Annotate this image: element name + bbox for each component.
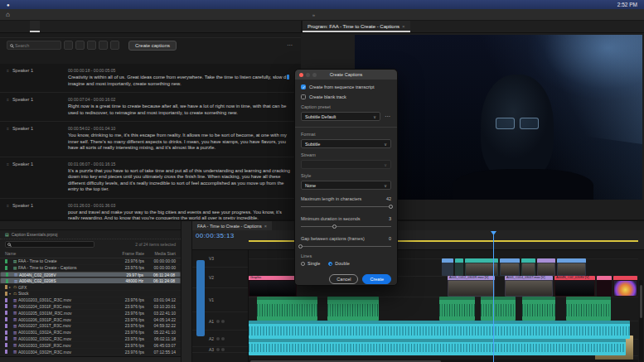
filter-input-wrap[interactable] bbox=[5, 241, 94, 248]
toolbar-icon-button[interactable] bbox=[75, 41, 85, 50]
timeline-clip[interactable] bbox=[566, 297, 611, 321]
column-name[interactable]: Name bbox=[5, 251, 116, 256]
table-row[interactable]: ▥ A0010207_0301T_R3C.mov 23.976 fps 04:5… bbox=[0, 323, 181, 330]
timeline-clip[interactable] bbox=[249, 339, 626, 355]
table-row[interactable]: ▤ FAA - Time to Create - Captions 23.976… bbox=[0, 265, 181, 272]
playhead[interactable] bbox=[493, 231, 494, 362]
drag-handle-icon[interactable]: ≡ bbox=[7, 162, 9, 167]
timeline-clip[interactable] bbox=[522, 297, 555, 321]
close-icon[interactable]: × bbox=[402, 24, 405, 29]
drag-handle-icon[interactable]: ≡ bbox=[7, 203, 9, 208]
search-input[interactable] bbox=[15, 43, 56, 48]
timeline-clip[interactable]: A001_C014_0301T.mov [V] bbox=[505, 276, 553, 297]
timeline-timecode[interactable]: 00:00:35:13 bbox=[196, 232, 235, 239]
table-row[interactable]: ▥ A0010302_0302C_R3C.mov 23.976 fps 06:0… bbox=[0, 336, 181, 343]
transcript-row[interactable]: ≡ Speaker 1 00:01:06:07 - 00:01:16:15 It… bbox=[0, 157, 301, 199]
panel-tab[interactable] bbox=[0, 21, 10, 32]
slider-handle[interactable] bbox=[389, 205, 393, 209]
column-media-start[interactable]: Media Start bbox=[144, 251, 176, 256]
timeline-clip[interactable]: A001_C012_0301R.mov [V] bbox=[448, 276, 495, 297]
track-header[interactable]: A3 bbox=[192, 347, 248, 353]
mute-button[interactable] bbox=[216, 320, 220, 323]
panel-tab[interactable] bbox=[20, 21, 30, 32]
timeline-clip[interactable] bbox=[257, 297, 317, 321]
timeline-clip[interactable]: Graphic bbox=[249, 276, 297, 297]
solo-button[interactable] bbox=[221, 337, 225, 340]
transcript-row[interactable]: ≡ Speaker 1 00:01:26:03 - 00:01:36:03 po… bbox=[0, 199, 301, 220]
table-row[interactable]: ▤ FAA - Time to Create 23.976 fps 00:00:… bbox=[0, 258, 181, 265]
solo-button[interactable] bbox=[221, 320, 225, 323]
drag-handle-icon[interactable]: ≡ bbox=[7, 97, 9, 102]
timeline-clip[interactable] bbox=[439, 297, 475, 321]
source-patching-indicator[interactable] bbox=[196, 260, 205, 336]
radio-off-icon[interactable] bbox=[301, 262, 305, 266]
create-button[interactable]: Create bbox=[362, 274, 391, 284]
min-duration-slider[interactable] bbox=[301, 224, 391, 229]
timeline-clip[interactable] bbox=[481, 297, 516, 321]
toolbar-icon-button[interactable] bbox=[99, 41, 108, 50]
table-row[interactable]: ▥ A0010303_0302F_R3C.mov 23.976 fps 06:4… bbox=[0, 342, 181, 349]
radio-single[interactable]: Single bbox=[301, 261, 320, 266]
table-row[interactable]: ▥ A004N_C02_0208V 29.97 fps 06:11:24:08 bbox=[0, 272, 181, 278]
caption-preset-select[interactable]: Subtitle Default ∨ bbox=[301, 112, 380, 121]
preset-menu-button[interactable]: ⋯ bbox=[384, 113, 391, 120]
toolbar-icon-button[interactable] bbox=[87, 41, 96, 50]
panel-menu-icon[interactable]: ⋯ bbox=[287, 42, 294, 49]
transcript-row[interactable]: ≡ Speaker 1 00:00:54:02 - 00:01:04:10 Yo… bbox=[0, 122, 301, 157]
option-create-blank-track[interactable]: Create blank track bbox=[301, 94, 391, 99]
panel-tab[interactable] bbox=[30, 21, 40, 32]
timeline-clip[interactable]: A004N_C02_0208V [V] bbox=[554, 276, 595, 297]
table-row[interactable]: ▾ 🗀 Stock bbox=[0, 291, 181, 297]
panel-tab[interactable] bbox=[40, 21, 50, 32]
table-row[interactable]: ▸ 🗀 GFX bbox=[0, 284, 181, 291]
max-length-slider[interactable] bbox=[301, 204, 391, 210]
option-create-from-transcript[interactable]: Create from sequence transcript bbox=[301, 84, 391, 89]
timeline-clip[interactable] bbox=[442, 258, 453, 276]
search-input-wrap[interactable] bbox=[7, 41, 61, 50]
timeline-clip[interactable] bbox=[557, 258, 586, 276]
format-select[interactable]: Subtitle ∨ bbox=[301, 139, 391, 148]
tab-sequence[interactable]: FAA - Time to Create - Captions × bbox=[192, 221, 272, 230]
workspace-overflow-icon[interactable]: » bbox=[312, 12, 315, 17]
timeline-clip[interactable] bbox=[327, 297, 379, 321]
timeline-clip[interactable] bbox=[500, 258, 520, 276]
style-select[interactable]: None ∨ bbox=[301, 181, 391, 190]
mute-button[interactable] bbox=[216, 337, 220, 340]
table-row[interactable]: ▥ A0010206_0301P_R3C.mov 23.976 fps 04:0… bbox=[0, 316, 181, 323]
timeline-clip[interactable] bbox=[249, 321, 630, 339]
toolbar-icon-button[interactable] bbox=[110, 41, 119, 50]
radio-on-icon[interactable] bbox=[328, 262, 332, 266]
apple-menu-icon[interactable]: ● bbox=[7, 2, 10, 7]
transcript-row[interactable]: ≡ Speaker 1 00:00:07:04 - 00:00:16:02 Ri… bbox=[0, 93, 301, 122]
toolbar-icon-button[interactable] bbox=[64, 41, 73, 50]
table-row[interactable]: ▥ A0010301_0302A_R3C.mov 23.976 fps 05:2… bbox=[0, 330, 181, 336]
table-row[interactable]: ▥ A004N_C02_0208S 48000 Hz 06:11:24:08 bbox=[0, 278, 181, 284]
cancel-button[interactable]: Cancel bbox=[329, 274, 358, 284]
vertical-scrollbar[interactable] bbox=[639, 280, 643, 362]
slider-handle[interactable] bbox=[298, 244, 303, 249]
panel-tab[interactable] bbox=[10, 21, 20, 32]
close-icon[interactable]: × bbox=[264, 224, 267, 229]
solo-button[interactable] bbox=[221, 348, 225, 351]
gap-slider[interactable] bbox=[301, 244, 391, 249]
column-frame-rate[interactable]: Frame Rate bbox=[116, 251, 144, 256]
project-path-row[interactable]: ▤ Caption Essentials.prproj bbox=[0, 230, 181, 239]
timeline-clip[interactable] bbox=[455, 258, 463, 276]
tab-program-monitor[interactable]: Program: FAA - Time to Create - Captions… bbox=[303, 21, 410, 32]
drag-handle-icon[interactable]: ≡ bbox=[7, 68, 9, 73]
home-icon[interactable]: ⌂ bbox=[6, 11, 10, 18]
table-row[interactable]: ▥ A0010204_0301F_R3C.mov 23.976 fps 03:1… bbox=[0, 304, 181, 311]
radio-double[interactable]: Double bbox=[328, 261, 349, 266]
filter-input[interactable] bbox=[12, 242, 87, 247]
table-row[interactable]: ▥ A0010304_0302H_R3C.mov 23.976 fps 07:1… bbox=[0, 349, 181, 355]
drag-handle-icon[interactable]: ≡ bbox=[7, 126, 9, 131]
timeline-clip[interactable] bbox=[597, 276, 612, 297]
create-captions-button[interactable]: Create captions bbox=[128, 41, 177, 51]
checkbox-unchecked-icon[interactable] bbox=[301, 94, 306, 99]
transcript-row[interactable]: ≡ Speaker 1 00:00:00:18 - 00:00:05:05 Cr… bbox=[0, 64, 301, 93]
dialog-titlebar[interactable]: Create Captions bbox=[295, 70, 397, 80]
timeline-clip[interactable] bbox=[521, 258, 535, 276]
mute-button[interactable] bbox=[216, 348, 220, 351]
slider-handle[interactable] bbox=[332, 224, 337, 229]
timeline-clip[interactable] bbox=[613, 276, 637, 297]
